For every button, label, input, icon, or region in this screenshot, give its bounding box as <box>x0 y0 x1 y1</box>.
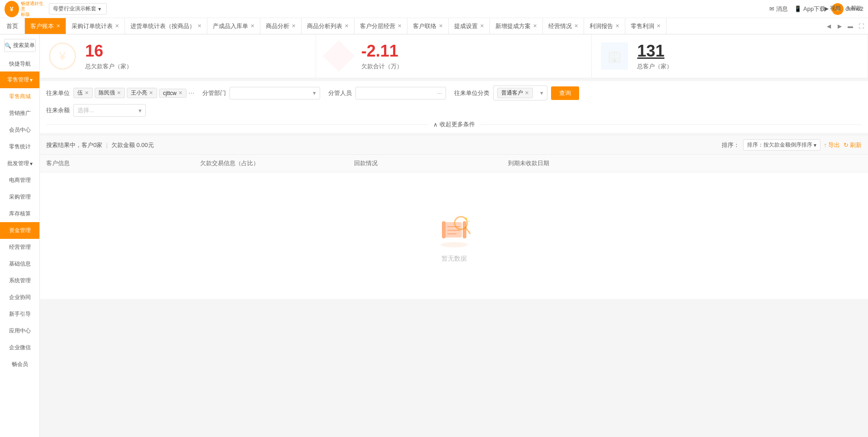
category-select[interactable]: 普通客户 ✕ ▾ <box>493 86 547 100</box>
sort-select[interactable]: 排序：按欠款金额倒序排序 ▾ <box>743 139 820 151</box>
tab-close-icon[interactable]: ✕ <box>398 23 402 29</box>
sidebar-item-ecommerce[interactable]: 电商管理 <box>0 172 39 189</box>
stat-icon-0: ¥ <box>49 43 76 70</box>
th-date: 到期未收款日期 <box>508 159 862 167</box>
tab-next-btn[interactable]: ▶ <box>834 21 844 31</box>
sidebar-item-retail-management[interactable]: 零售管理 ▾ <box>0 71 39 88</box>
stat-card-2: 🏢 131 总客户（家） <box>592 34 868 78</box>
tab-3[interactable]: 产成品入库单 ✕ <box>207 18 260 34</box>
sidebar-item-wholesale[interactable]: 批发管理 ▾ <box>0 155 39 172</box>
account-selector[interactable]: 母婴行业演示帐套 ▾ <box>49 3 107 14</box>
stat-card-0: ¥ 16 总欠款客户（家） <box>40 34 316 78</box>
tag-close-1[interactable]: ✕ <box>117 90 121 96</box>
tab-1[interactable]: 采购订单统计表 ✕ <box>66 18 125 34</box>
more-options-icon: ··· <box>437 90 442 96</box>
tab-5[interactable]: 商品分析列表 ✕ <box>302 18 355 34</box>
filter-tag-0: 伍 ✕ <box>73 88 93 98</box>
sidebar-item-retail-stats[interactable]: 零售统计 <box>0 138 39 155</box>
tab-11[interactable]: 利润报告 ✕ <box>584 18 625 34</box>
sidebar-item-marketing[interactable]: 营销推广 <box>0 105 39 122</box>
tab-close-icon[interactable]: ✕ <box>197 23 201 29</box>
chevron-down-icon: ▾ <box>313 90 316 96</box>
tab-close-icon[interactable]: ✕ <box>439 23 443 29</box>
sidebar-item-app-center[interactable]: 应用中心 <box>0 323 39 339</box>
sidebar-item-wechat[interactable]: 企业微信 <box>0 339 39 356</box>
svg-point-0 <box>441 242 468 247</box>
result-bar: 搜索结果中，客户0家 | 欠款金额 0.00元 排序： 排序：按欠款金额倒序排序… <box>40 136 868 155</box>
collapse-btn[interactable]: ∧ 收起更多条件 <box>428 120 480 128</box>
tab-label: 进货单统计表（按商品） <box>130 22 195 30</box>
tab-label: 商品分析列表 <box>307 22 342 30</box>
export-btn[interactable]: ↑ 导出 <box>824 141 840 149</box>
tab-close-icon[interactable]: ✕ <box>115 23 119 29</box>
tab-4[interactable]: 商品分析 ✕ <box>260 18 302 34</box>
svg-point-10 <box>468 221 470 222</box>
chevron-down-icon: ▾ <box>139 107 142 114</box>
more-tags-btn[interactable]: ··· <box>188 89 194 97</box>
tab-7[interactable]: 客户联络 ✕ <box>408 18 449 34</box>
category-tag-close[interactable]: ✕ <box>525 90 529 96</box>
search-menu-btn[interactable]: 🔍 搜索菜单 <box>4 39 36 52</box>
sidebar-quick-nav[interactable]: 快捷导航 <box>0 57 39 71</box>
sidebar-item-operations[interactable]: 经营管理 <box>0 239 39 256</box>
empty-text: 暂无数据 <box>441 255 467 263</box>
dept-select[interactable]: ▾ <box>230 87 320 100</box>
tab-label: 利润报告 <box>590 22 613 30</box>
stat-icon-2: 🏢 <box>601 43 628 70</box>
tab-close-icon[interactable]: ✕ <box>56 23 60 29</box>
tab-close-icon[interactable]: ✕ <box>533 23 537 29</box>
divider-left <box>46 124 428 125</box>
no-data-illustration <box>434 209 475 249</box>
tab-close-icon[interactable]: ✕ <box>480 23 484 29</box>
sidebar-item-basic-info[interactable]: 基础信息 <box>0 256 39 272</box>
tab-close-icon[interactable]: ✕ <box>250 23 254 29</box>
tab-9[interactable]: 新增提成方案 ✕ <box>490 18 543 34</box>
tab-close-icon[interactable]: ✕ <box>657 23 661 29</box>
app-download-btn[interactable]: 📱 App下载 <box>794 5 825 13</box>
tag-close-2[interactable]: ✕ <box>149 90 153 96</box>
balance-select[interactable]: 选择... ▾ <box>73 104 146 117</box>
export-icon: ↑ <box>824 142 827 148</box>
tab-close-icon[interactable]: ✕ <box>292 23 296 29</box>
query-button[interactable]: 查询 <box>551 86 579 100</box>
tab-label: 零售利润 <box>631 22 654 30</box>
sidebar-item-new-guide[interactable]: 新手引导 <box>0 306 39 323</box>
sidebar: 🔍 搜索菜单 快捷导航 零售管理 ▾ 零售商城 营销推广 会员中心 零售统计 批… <box>0 34 40 437</box>
unit-filter-label: 往来单位 <box>46 89 70 97</box>
tab-minimize-btn[interactable]: ▬ <box>845 21 855 31</box>
message-btn[interactable]: ✉ 消息 <box>769 5 788 13</box>
tab-0[interactable]: 客户账本 ✕ <box>25 18 66 34</box>
table: 客户信息 欠款交易信息（占比） 回款情况 到期未收款日期 <box>40 155 868 299</box>
tab-maximize-btn[interactable]: ⛶ <box>856 21 866 31</box>
filter-row-2: 往来余额 选择... ▾ <box>46 104 862 117</box>
tab-10[interactable]: 经营情况 ✕ <box>543 18 584 34</box>
th-repayment: 回款情况 <box>354 159 508 167</box>
tab-close-icon[interactable]: ✕ <box>574 23 578 29</box>
sidebar-item-finance[interactable]: 资金管理 <box>0 222 39 239</box>
nav-tabs: 首页 客户账本 ✕ 采购订单统计表 ✕ 进货单统计表（按商品） ✕ 产成品入库单… <box>0 18 868 34</box>
refresh-btn[interactable]: ↻ 刷新 <box>844 141 862 149</box>
sidebar-item-retail-mall[interactable]: 零售商城 <box>0 88 39 105</box>
tab-6[interactable]: 客户分层经营 ✕ <box>355 18 408 34</box>
tab-close-icon[interactable]: ✕ <box>345 23 349 29</box>
sidebar-item-inventory[interactable]: 库存核算 <box>0 205 39 222</box>
sidebar-item-purchase[interactable]: 采购管理 <box>0 189 39 205</box>
person-select[interactable]: ··· <box>355 87 446 100</box>
stat-label-1: 欠款合计（万） <box>361 62 403 71</box>
sidebar-item-enterprise[interactable]: 企业协同 <box>0 289 39 306</box>
tab-12[interactable]: 零售利润 ✕ <box>625 18 667 34</box>
search-icon: 🔍 <box>5 43 11 49</box>
sidebar-item-system[interactable]: 系统管理 <box>0 272 39 289</box>
tab-8[interactable]: 提成设置 ✕ <box>449 18 490 34</box>
amount-text: 欠款金额 0.00元 <box>111 141 154 149</box>
tag-close-3[interactable]: ✕ <box>178 90 182 96</box>
tab-close-icon[interactable]: ✕ <box>615 23 619 29</box>
sidebar-item-member-center[interactable]: 会员中心 <box>0 122 39 138</box>
filter-tag-2: 王小亮 ✕ <box>127 88 157 98</box>
stat-value-0: 16 <box>85 42 132 61</box>
tab-prev-btn[interactable]: ◀ <box>824 21 834 31</box>
tab-2[interactable]: 进货单统计表（按商品） ✕ <box>125 18 207 34</box>
sidebar-item-vip[interactable]: 畅会员 <box>0 356 39 373</box>
tag-close-0[interactable]: ✕ <box>85 90 89 96</box>
tab-home[interactable]: 首页 <box>0 18 25 34</box>
